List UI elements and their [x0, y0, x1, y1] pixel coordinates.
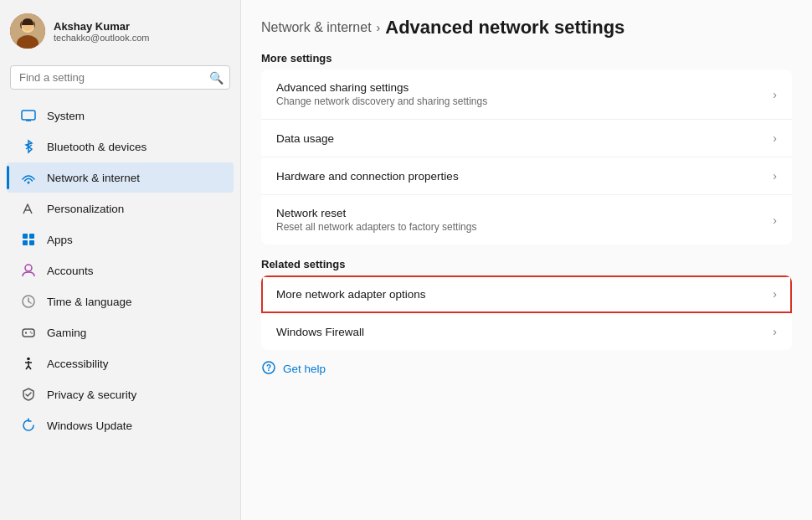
- advanced-sharing-title: Advanced sharing settings: [276, 81, 487, 94]
- svg-text:?: ?: [266, 363, 271, 373]
- sidebar-item-apps[interactable]: Apps: [7, 224, 234, 255]
- sidebar-item-time-label: Time & language: [47, 296, 132, 308]
- related-settings-label: Related settings: [261, 258, 792, 270]
- chevron-right-icon-2: ›: [773, 131, 777, 145]
- sidebar-item-network-label: Network & internet: [47, 172, 140, 184]
- sidebar-item-privacy-label: Privacy & security: [47, 389, 136, 401]
- search-box: 🔍: [10, 65, 230, 90]
- windows-firewall-item[interactable]: Windows Firewall ›: [261, 313, 792, 350]
- data-usage-item[interactable]: Data usage ›: [261, 120, 792, 157]
- svg-point-21: [30, 332, 32, 333]
- svg-rect-4: [22, 111, 35, 120]
- network-reset-item[interactable]: Network reset Reset all network adapters…: [261, 195, 792, 245]
- svg-point-14: [25, 265, 32, 271]
- personalization-icon: [20, 200, 37, 217]
- bluetooth-icon: [20, 138, 37, 155]
- breadcrumb-current: Advanced network settings: [385, 17, 624, 39]
- breadcrumb: Network & internet › Advanced network se…: [261, 17, 792, 39]
- chevron-right-icon-5: ›: [773, 287, 777, 301]
- svg-rect-12: [23, 240, 28, 245]
- svg-rect-11: [29, 234, 34, 239]
- svg-rect-18: [23, 329, 34, 337]
- network-reset-title: Network reset: [276, 207, 476, 219]
- sidebar-item-accessibility[interactable]: Accessibility: [7, 348, 234, 378]
- chevron-right-icon-6: ›: [773, 325, 777, 338]
- sidebar-item-privacy[interactable]: Privacy & security: [7, 379, 234, 409]
- sidebar-item-personalization-label: Personalization: [47, 203, 124, 215]
- svg-line-27: [28, 366, 31, 369]
- main-content: Network & internet › Advanced network se…: [241, 0, 812, 520]
- advanced-sharing-desc: Change network discovery and sharing set…: [276, 95, 487, 107]
- apps-icon: [20, 231, 37, 248]
- chevron-right-icon-3: ›: [773, 169, 777, 183]
- data-usage-text: Data usage: [276, 132, 334, 145]
- sidebar-item-accounts-label: Accounts: [47, 265, 94, 277]
- hardware-connection-title: Hardware and connection properties: [276, 170, 459, 183]
- more-network-adapter-title: More network adapter options: [276, 288, 426, 301]
- sidebar-item-gaming[interactable]: Gaming: [7, 317, 234, 348]
- breadcrumb-parent: Network & internet: [261, 20, 372, 35]
- user-info: Akshay Kumar techakko@outlook.com: [54, 20, 150, 43]
- sidebar-item-system-label: System: [47, 110, 85, 122]
- breadcrumb-arrow: ›: [377, 21, 381, 34]
- sidebar-item-accessibility-label: Accessibility: [47, 358, 109, 370]
- nav-list: System Bluetooth & devices Network & in: [0, 96, 240, 520]
- privacy-icon: [20, 386, 37, 403]
- more-settings-card: Advanced sharing settings Change network…: [261, 70, 792, 245]
- get-help-label: Get help: [283, 363, 326, 375]
- hardware-connection-text: Hardware and connection properties: [276, 170, 459, 183]
- sidebar-item-time[interactable]: Time & language: [7, 286, 234, 317]
- search-input[interactable]: [10, 65, 230, 90]
- windows-firewall-title: Windows Firewall: [276, 326, 364, 338]
- search-icon: 🔍: [209, 71, 224, 85]
- gaming-icon: [20, 324, 37, 341]
- user-email: techakko@outlook.com: [54, 33, 150, 43]
- sidebar-item-bluetooth[interactable]: Bluetooth & devices: [7, 131, 234, 162]
- get-help-row[interactable]: ? Get help: [261, 353, 792, 384]
- more-network-adapter-item[interactable]: More network adapter options ›: [261, 275, 792, 313]
- network-reset-desc: Reset all network adapters to factory se…: [276, 221, 476, 233]
- svg-point-22: [31, 332, 33, 334]
- hardware-connection-item[interactable]: Hardware and connection properties ›: [261, 157, 792, 195]
- sidebar-item-update[interactable]: Windows Update: [7, 410, 234, 440]
- sidebar: Akshay Kumar techakko@outlook.com 🔍 Syst…: [0, 0, 241, 520]
- advanced-sharing-item[interactable]: Advanced sharing settings Change network…: [261, 70, 792, 120]
- get-help-icon: ?: [261, 360, 276, 378]
- network-reset-text: Network reset Reset all network adapters…: [276, 207, 476, 233]
- user-name: Akshay Kumar: [54, 20, 150, 33]
- related-settings-card: More network adapter options › Windows F…: [261, 275, 792, 350]
- chevron-right-icon-4: ›: [773, 214, 777, 227]
- sidebar-item-system[interactable]: System: [7, 100, 234, 131]
- update-icon: [20, 417, 37, 434]
- sidebar-item-personalization[interactable]: Personalization: [7, 193, 234, 224]
- advanced-sharing-text: Advanced sharing settings Change network…: [276, 81, 487, 107]
- chevron-right-icon: ›: [773, 88, 777, 101]
- sidebar-item-update-label: Windows Update: [47, 420, 132, 432]
- svg-rect-13: [29, 240, 34, 245]
- svg-point-23: [27, 358, 30, 361]
- svg-point-8: [28, 182, 30, 184]
- sidebar-item-accounts[interactable]: Accounts: [7, 255, 234, 286]
- data-usage-title: Data usage: [276, 132, 334, 145]
- accessibility-icon: [20, 355, 37, 372]
- user-profile: Akshay Kumar techakko@outlook.com: [0, 0, 240, 59]
- svg-rect-10: [23, 234, 28, 239]
- sidebar-item-network[interactable]: Network & internet: [7, 162, 234, 193]
- sidebar-item-apps-label: Apps: [47, 234, 73, 246]
- accounts-icon: [20, 262, 37, 279]
- system-icon: [20, 107, 37, 124]
- more-settings-label: More settings: [261, 52, 792, 64]
- avatar: [10, 13, 45, 49]
- time-icon: [20, 293, 37, 310]
- sidebar-item-bluetooth-label: Bluetooth & devices: [47, 141, 146, 153]
- sidebar-item-gaming-label: Gaming: [47, 327, 86, 339]
- network-icon: [20, 169, 37, 186]
- svg-line-17: [28, 301, 31, 303]
